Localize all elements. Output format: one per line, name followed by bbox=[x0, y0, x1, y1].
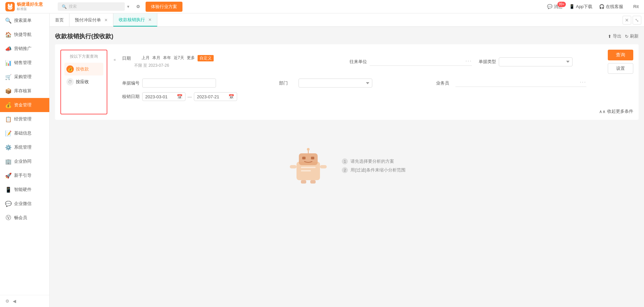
settings-btn-filter[interactable]: 设置 bbox=[608, 63, 633, 74]
basic-info-icon: 📝 bbox=[5, 130, 11, 136]
sidebar-item-marketing[interactable]: 📣 营销推广 bbox=[0, 42, 49, 56]
empty-tip-2: 2 用[过滤]条件来缩小分析范围 bbox=[342, 167, 405, 173]
sidebar-settings-icon[interactable]: ⚙ bbox=[5, 299, 9, 304]
tab-prepay[interactable]: 预付冲应付单 ✕ bbox=[69, 13, 113, 27]
date-this-month[interactable]: 本月 bbox=[152, 55, 160, 61]
svg-rect-14 bbox=[301, 167, 316, 168]
tab-receipt-verify[interactable]: 收款核销执行 ✕ bbox=[113, 13, 157, 27]
verify-date-range: 📅 — 📅 bbox=[142, 92, 237, 101]
sidebar-item-ops[interactable]: 📋 经营管理 bbox=[0, 112, 49, 126]
sidebar-item-hardware[interactable]: 📱 智能硬件 bbox=[0, 183, 49, 197]
tab-close-all-btn[interactable]: ✕ bbox=[623, 16, 631, 24]
date-this-year[interactable]: 本年 bbox=[163, 55, 171, 61]
tab-home[interactable]: 首页 bbox=[50, 13, 69, 27]
sidebar-item-basic-info[interactable]: 📝 基础信息 bbox=[0, 126, 49, 140]
sidebar-collapse-icon[interactable]: ◀ bbox=[13, 299, 16, 304]
sidebar-item-label-wechat: 企业微信 bbox=[14, 201, 32, 207]
user-name[interactable]: Rit bbox=[633, 4, 639, 9]
sidebar-bottom: ⚙ ◀ bbox=[0, 295, 49, 307]
sidebar-item-search-menu[interactable]: 🔍 搜索菜单 bbox=[0, 13, 49, 28]
date-last-month[interactable]: 上月 bbox=[142, 55, 150, 61]
sidebar-item-wechat[interactable]: 💬 企业微信 bbox=[0, 197, 49, 211]
verify-date-start-input[interactable] bbox=[145, 94, 175, 99]
filter-collapse-btn[interactable]: « bbox=[111, 53, 118, 66]
sidebar-item-sales[interactable]: 📊 销售管理 bbox=[0, 56, 49, 70]
export-btn[interactable]: ⬆ 导出 bbox=[608, 33, 622, 39]
query-btn[interactable]: 查询 bbox=[608, 50, 633, 60]
sidebar-item-quick-nav[interactable]: 🏠 快捷导航 bbox=[0, 28, 49, 42]
refresh-icon: ↻ bbox=[625, 34, 629, 39]
verify-date-start-calendar-icon[interactable]: 📅 bbox=[177, 94, 182, 99]
app-name: 畅捷通好生意 bbox=[17, 2, 43, 7]
sidebar-item-label-sales: 销售管理 bbox=[14, 60, 32, 66]
search-menu-icon: 🔍 bbox=[5, 17, 11, 23]
top-bar-right: 💬 消息 99+ 📱 App下载 🎧 在线客服 Rit bbox=[547, 4, 639, 10]
filter-option-by-payable[interactable]: ⏱ 按应收 bbox=[64, 75, 103, 88]
online-service-btn[interactable]: 🎧 在线客服 bbox=[599, 4, 623, 10]
main-layout: 🔍 搜索菜单 🏠 快捷导航 📣 营销推广 📊 销售管理 🛒 采购管理 📦 库存核… bbox=[0, 13, 644, 307]
svg-rect-17 bbox=[310, 180, 316, 184]
filter-row-3: 核销日期 📅 — 📅 bbox=[122, 92, 633, 101]
sidebar-item-sys-mgmt[interactable]: ⚙️ 系统管理 bbox=[0, 140, 49, 154]
wechat-icon: 💬 bbox=[5, 201, 11, 207]
filter-sidebar: 按以下方案查询 💰 按收款 ⏱ 按应收 bbox=[60, 50, 107, 114]
settings-icon[interactable]: ⚙ bbox=[133, 2, 143, 11]
tip-text-2: 用[过滤]条件来缩小分析范围 bbox=[351, 167, 405, 173]
finance-icon: 💰 bbox=[5, 102, 11, 108]
tab-maximize-btn[interactable]: ⤡ bbox=[633, 16, 641, 24]
svg-rect-8 bbox=[302, 157, 306, 159]
by-payable-label: 按应收 bbox=[76, 79, 89, 85]
date-custom[interactable]: 自定义 bbox=[198, 55, 214, 61]
date-more[interactable]: 更多 bbox=[187, 55, 195, 61]
filter-group-staff: 业务员 ··· bbox=[436, 79, 586, 87]
svg-point-4 bbox=[9, 7, 9, 8]
svg-rect-16 bbox=[301, 180, 306, 184]
dept-select[interactable] bbox=[299, 79, 372, 88]
member-icon: Ⓥ bbox=[5, 215, 11, 221]
verify-date-end-input[interactable] bbox=[197, 94, 227, 99]
dropdown-btn[interactable]: ▾ bbox=[125, 3, 131, 10]
verify-date-end-calendar-icon[interactable]: 📅 bbox=[228, 94, 234, 99]
refresh-btn[interactable]: ↻ 刷新 bbox=[625, 33, 639, 39]
hardware-icon: 📱 bbox=[5, 187, 11, 193]
doc-type-select[interactable] bbox=[499, 57, 573, 66]
doc-no-input[interactable] bbox=[142, 79, 216, 88]
page-content: 收款核销执行(按收款) ⬆ 导出 ↻ 刷新 按以下方案查询 bbox=[50, 27, 644, 307]
export-label: 导出 bbox=[613, 33, 622, 39]
verify-date-label: 核销日期 bbox=[122, 94, 140, 100]
filter-row-2: 单据编号 部门 业务员 bbox=[122, 79, 633, 88]
collapse-chevron-up-icon: ∧∧ bbox=[599, 109, 606, 114]
inventory-icon: 📦 bbox=[5, 88, 11, 94]
tab-receipt-verify-close[interactable]: ✕ bbox=[148, 17, 152, 22]
filter-option-by-receipt[interactable]: 💰 按收款 bbox=[64, 63, 103, 75]
tab-actions: ✕ ⤡ bbox=[620, 13, 644, 27]
guide-icon: 🚀 bbox=[5, 172, 11, 178]
sidebar-item-enterprise[interactable]: 🏢 企业协同 bbox=[0, 154, 49, 168]
search-bar[interactable]: 🔍 搜索 bbox=[58, 2, 125, 11]
date-7days[interactable]: 近7天 bbox=[174, 55, 184, 61]
sidebar-item-guide[interactable]: 🚀 新手引导 bbox=[0, 168, 49, 183]
sales-icon: 📊 bbox=[5, 60, 11, 66]
app-download-btn[interactable]: 📱 App下载 bbox=[569, 4, 592, 10]
partner-dots-btn[interactable]: ··· bbox=[466, 58, 472, 64]
sidebar-item-inventory[interactable]: 📦 库存核算 bbox=[0, 84, 49, 98]
date-links: 上月 本月 本年 近7天 更多 自定义 bbox=[142, 55, 214, 61]
solution-btn[interactable]: 体验行业方案 bbox=[146, 2, 182, 12]
search-icon: 🔍 bbox=[62, 4, 67, 9]
message-btn[interactable]: 💬 消息 99+ bbox=[547, 4, 562, 10]
sidebar-item-purchase[interactable]: 🛒 采购管理 bbox=[0, 70, 49, 84]
sidebar-item-finance[interactable]: 💰 资金管理 bbox=[0, 98, 49, 112]
sys-mgmt-icon: ⚙️ bbox=[5, 144, 11, 150]
sidebar-item-member[interactable]: Ⓥ 畅会员 bbox=[0, 211, 49, 225]
app-download-icon: 📱 bbox=[569, 4, 575, 9]
staff-dots-btn[interactable]: ··· bbox=[580, 79, 586, 85]
svg-point-5 bbox=[11, 7, 11, 8]
svg-rect-7 bbox=[299, 153, 318, 165]
verify-date-separator: — bbox=[187, 94, 192, 99]
tip-num-2: 2 bbox=[342, 167, 348, 173]
collapse-more-btn[interactable]: ∧∧ 收起更多条件 bbox=[122, 108, 633, 114]
sidebar: 🔍 搜索菜单 🏠 快捷导航 📣 营销推广 📊 销售管理 🛒 采购管理 📦 库存核… bbox=[0, 13, 50, 307]
filter-group-doc-no: 单据编号 bbox=[122, 79, 272, 88]
tab-prepay-close[interactable]: ✕ bbox=[104, 18, 108, 22]
sidebar-item-label-search-menu: 搜索菜单 bbox=[14, 17, 32, 23]
